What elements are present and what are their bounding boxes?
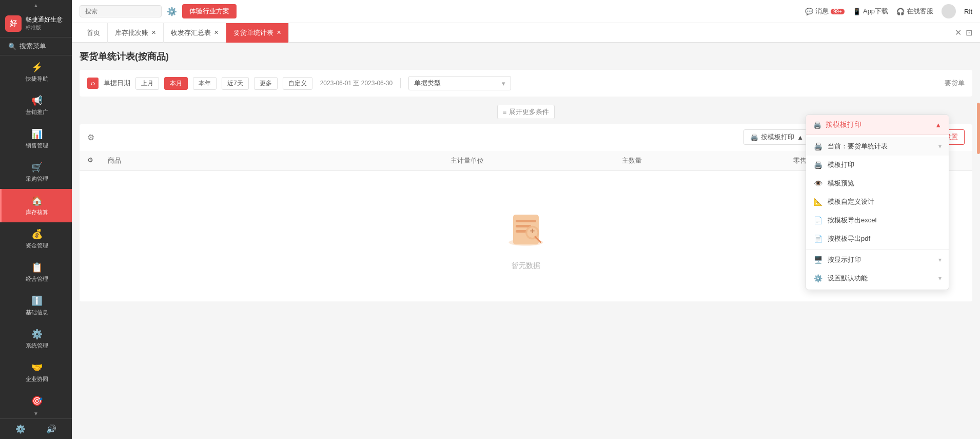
topbar: ⚙️ 体验行业方案 💬 消息 99+ 📱 App下载 🎧 在线客服 Rit (72, 0, 980, 23)
current-template-icon: 🖨️ (813, 142, 822, 150)
topbar-search-input[interactable] (80, 5, 162, 17)
dropdown-item-template-custom[interactable]: 📐 模板自定义设计 (806, 193, 949, 211)
printer-header-icon: 🖨️ (813, 121, 821, 129)
dropdown-item-set-default[interactable]: ⚙️ 设置默认功能 ▾ (806, 269, 949, 288)
date-more-btn[interactable]: 更多 (254, 77, 278, 90)
tab-inventory-batch-close[interactable]: ✕ (151, 29, 156, 36)
app-download-btn[interactable]: 📱 App下载 (853, 7, 888, 16)
sound-icon[interactable]: 🔊 (46, 424, 56, 434)
settings-icon[interactable]: ⚙️ (15, 424, 26, 434)
nav-label-basic: 基础信息 (26, 309, 48, 316)
template-preview-icon: 👁️ (813, 179, 822, 187)
tab-home-label: 首页 (87, 28, 100, 37)
sidebar-item-collab[interactable]: 🤝 企业协同 (0, 356, 72, 389)
template-custom-label: 模板自定义设计 (828, 197, 874, 206)
sidebar-item-sales[interactable]: 📊 销售管理 (0, 122, 72, 156)
right-scrollbar[interactable] (977, 103, 980, 154)
sidebar-item-purchase[interactable]: 🛒 采购管理 (0, 156, 72, 189)
date-prev-month-btn[interactable]: 上月 (135, 77, 159, 90)
template-preview-label: 模板预览 (828, 179, 854, 188)
customer-service-btn[interactable]: 🎧 在线客服 (896, 7, 933, 16)
tab-maximize-btn[interactable]: ⊡ (966, 28, 972, 37)
current-template-arrow: ▾ (938, 143, 942, 150)
nav-label-purchase: 采购管理 (26, 175, 48, 183)
th-settings: ⚙ (87, 156, 108, 165)
tab-close-window-btn[interactable]: ✕ (955, 28, 962, 37)
tab-inventory-batch[interactable]: 库存批次账 ✕ (108, 23, 164, 43)
filter-collapse-btn[interactable]: ‹› (87, 78, 99, 89)
dropdown-header[interactable]: 🖨️ 按模板打印 ▲ (806, 115, 949, 135)
dropdown-item-template-preview[interactable]: 👁️ 模板预览 (806, 174, 949, 193)
sidebar-item-finance[interactable]: 💰 资金管理 (0, 222, 72, 256)
date-current-year-btn[interactable]: 本年 (193, 77, 217, 90)
quick-nav-icon: ⚡ (31, 62, 43, 73)
dropdown-item-export-excel[interactable]: 📄 按模板导出excel (806, 211, 949, 230)
tab-receivable-summary-close[interactable]: ✕ (214, 29, 219, 36)
print-template-btn[interactable]: 🖨️ 按模板打印 ▲ (743, 129, 810, 145)
tab-home[interactable]: 首页 (80, 23, 108, 43)
message-label: 消息 (815, 7, 829, 16)
inventory-icon: 🏠 (31, 195, 43, 206)
sidebar-item-guide[interactable]: 🎯 新手引导 (0, 389, 72, 408)
yh-filter-label[interactable]: 要货单 (945, 79, 965, 88)
finance-icon: 💰 (31, 228, 43, 240)
type-filter-label: 单据类型 (414, 79, 441, 88)
app-sub: 标准版 (26, 24, 63, 31)
th-unit: 主计量单位 (450, 156, 622, 165)
sidebar-item-quick-nav[interactable]: ⚡ 快捷导航 (0, 55, 72, 89)
page-content: 要货单统计表(按商品) ‹› 单据日期 上月 本月 本年 近7天 更多 自定义 … (72, 43, 980, 439)
nav-label-quick-nav: 快捷导航 (26, 75, 48, 83)
sidebar-item-system[interactable]: ⚙️ 系统管理 (0, 322, 72, 356)
display-print-arrow: ▾ (938, 256, 942, 263)
tab-receivable-summary-label: 收发存汇总表 (171, 28, 211, 37)
current-template-label: 当前：要货单统计表 (828, 142, 888, 151)
nav-label-operation: 经营管理 (26, 275, 48, 283)
date-range-display: 2023-06-01 至 2023-06-30 (320, 79, 393, 88)
sidebar-item-basic[interactable]: ℹ️ 基础信息 (0, 289, 72, 322)
sidebar-search-label: 搜索菜单 (19, 42, 46, 51)
date-7days-btn[interactable]: 近7天 (222, 77, 249, 90)
sidebar-scroll-up[interactable]: ▲ (0, 0, 72, 10)
customer-service-label: 在线客服 (907, 7, 933, 16)
purchase-icon: 🛒 (31, 162, 43, 173)
print-arrow-icon: ▲ (797, 133, 803, 141)
export-excel-icon: 📄 (813, 216, 822, 224)
column-settings-icon[interactable]: ⚙ (87, 132, 94, 142)
tab-order-stats-close[interactable]: ✕ (277, 29, 281, 36)
message-icon: 💬 (805, 8, 813, 15)
nav-label-finance: 资金管理 (26, 242, 48, 250)
th-product: 商品 (108, 156, 450, 165)
message-btn[interactable]: 💬 消息 99+ (805, 7, 845, 16)
topbar-settings-icon[interactable]: ⚙️ (167, 7, 177, 16)
empty-illustration (500, 202, 552, 253)
date-current-month-btn[interactable]: 本月 (164, 77, 188, 90)
dropdown-current-template[interactable]: 🖨️ 当前：要货单统计表 ▾ (806, 137, 949, 156)
sidebar-item-operation[interactable]: 📋 经营管理 (0, 256, 72, 289)
expand-more-btn[interactable]: ≡ 展开更多条件 (497, 105, 555, 119)
tab-order-stats[interactable]: 要货单统计表 ✕ (226, 23, 289, 43)
page-title: 要货单统计表(按商品) (80, 50, 972, 63)
tab-order-stats-label: 要货单统计表 (233, 28, 273, 37)
date-custom-btn[interactable]: 自定义 (283, 77, 312, 90)
dropdown-divider (806, 249, 949, 250)
display-print-label: 按显示打印 (828, 255, 861, 264)
export-excel-label: 按模板导出excel (828, 216, 876, 225)
chevron-down-icon: ▾ (502, 80, 505, 87)
tabs-bar: 首页 库存批次账 ✕ 收发存汇总表 ✕ 要货单统计表 ✕ ✕ ⊡ (72, 23, 980, 43)
dropdown-item-template-print[interactable]: 🖨️ 模板打印 (806, 156, 949, 174)
search-icon: 🔍 (8, 43, 16, 50)
dropdown-item-export-pdf[interactable]: 📄 按模板导出pdf (806, 230, 949, 248)
sidebar-bottom: ⚙️ 🔊 (0, 418, 72, 439)
type-filter-select[interactable]: 单据类型 ▾ (408, 76, 511, 90)
sidebar-item-inventory[interactable]: 🏠 库存核算 (0, 189, 72, 222)
print-template-label: 按模板打印 (761, 132, 794, 142)
trial-button[interactable]: 体验行业方案 (182, 4, 237, 18)
dropdown-item-display-print[interactable]: 🖥️ 按显示打印 ▾ (806, 251, 949, 269)
operation-icon: 📋 (31, 262, 43, 273)
sidebar-scroll-down[interactable]: ▼ (0, 408, 72, 418)
sidebar-item-marketing[interactable]: 📢 营销推广 (0, 89, 72, 122)
print-dropdown: 🖨️ 按模板打印 ▲ 🖨️ 当前：要货单统计表 ▾ 🖨️ 模板打印 👁️ 模板 (806, 114, 949, 290)
sidebar-search[interactable]: 🔍 搜索菜单 (0, 37, 72, 55)
user-avatar[interactable] (942, 4, 956, 18)
tab-receivable-summary[interactable]: 收发存汇总表 ✕ (164, 23, 226, 43)
